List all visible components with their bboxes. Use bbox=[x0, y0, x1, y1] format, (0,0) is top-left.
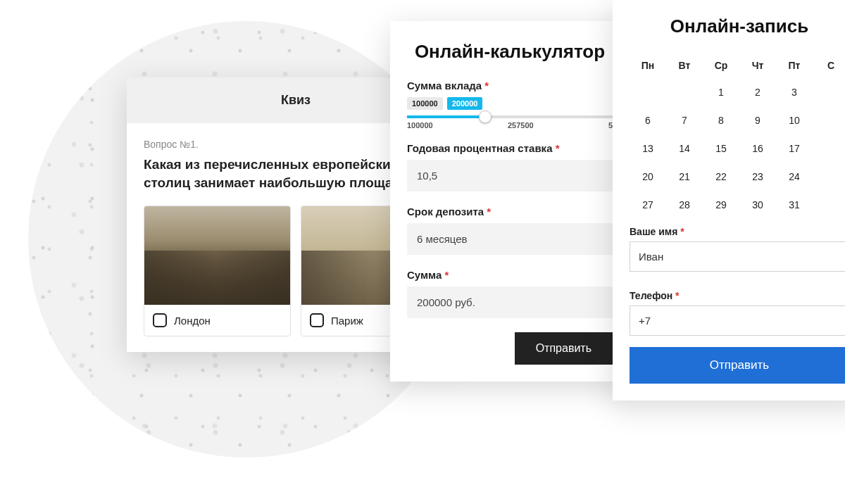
calendar-day[interactable]: 13 bbox=[630, 134, 666, 163]
calendar-day[interactable]: 2 bbox=[739, 78, 776, 106]
slider-badges: 100000 200000 bbox=[407, 97, 613, 110]
calendar-row: 27 28 29 30 31 bbox=[630, 191, 845, 219]
calendar-day[interactable]: 29 bbox=[703, 191, 739, 219]
calendar-day[interactable]: 7 bbox=[666, 106, 703, 134]
rate-label: Годовая процентная ставка * bbox=[407, 142, 613, 154]
calendar-day[interactable]: 3 bbox=[776, 78, 813, 106]
calendar-day[interactable]: 27 bbox=[630, 191, 666, 219]
calendar-day[interactable]: 6 bbox=[630, 106, 666, 134]
calendar-day[interactable]: 21 bbox=[666, 163, 703, 191]
term-label: Срок депозита * bbox=[407, 206, 613, 218]
quiz-option-label: Лондон bbox=[174, 315, 211, 327]
calendar-day[interactable]: 15 bbox=[703, 134, 739, 163]
required-mark: * bbox=[556, 142, 560, 154]
booking-submit-button[interactable]: Отправить bbox=[630, 347, 845, 384]
weekday: Чт bbox=[739, 53, 776, 78]
term-input[interactable] bbox=[407, 223, 613, 255]
calendar-day[interactable]: 10 bbox=[776, 106, 813, 134]
calendar: Пн Вт Ср Чт Пт С 1 2 3 6 7 8 9 10 13 14 … bbox=[630, 53, 845, 219]
calendar-day[interactable] bbox=[813, 134, 845, 163]
calendar-day[interactable] bbox=[813, 106, 845, 134]
calendar-day[interactable] bbox=[813, 163, 845, 191]
calendar-day[interactable]: 28 bbox=[666, 191, 703, 219]
booking-title: Онлайн-запись bbox=[630, 15, 845, 37]
weekday: Пн bbox=[630, 53, 666, 78]
slider-thumb[interactable] bbox=[479, 111, 492, 123]
calendar-day[interactable]: 14 bbox=[666, 134, 703, 163]
required-mark: * bbox=[487, 206, 491, 218]
calendar-day[interactable]: 17 bbox=[776, 134, 813, 163]
quiz-option-label-row: Лондон bbox=[144, 305, 290, 336]
slider-tick-mid: 257500 bbox=[508, 121, 534, 130]
slider-current-badge: 200000 bbox=[447, 97, 483, 110]
calendar-day[interactable]: 30 bbox=[739, 191, 776, 219]
calendar-day[interactable]: 16 bbox=[739, 134, 776, 163]
calendar-day[interactable] bbox=[813, 78, 845, 106]
calculator-title: Онлайн-калькулятор bbox=[407, 41, 613, 63]
calendar-day[interactable] bbox=[813, 191, 845, 219]
weekday: Пт bbox=[776, 53, 813, 78]
weekday: Ср bbox=[703, 53, 739, 78]
calendar-day[interactable]: 8 bbox=[703, 106, 739, 134]
name-input[interactable] bbox=[630, 241, 845, 272]
label-text: Сумма вклада bbox=[407, 80, 482, 92]
quiz-option-london[interactable]: Лондон bbox=[144, 206, 291, 336]
calendar-day[interactable]: 20 bbox=[630, 163, 666, 191]
required-mark: * bbox=[675, 290, 679, 301]
deposit-slider[interactable] bbox=[407, 115, 613, 118]
calendar-day[interactable] bbox=[630, 78, 666, 106]
weekday: С bbox=[813, 53, 845, 78]
calendar-day[interactable]: 23 bbox=[739, 163, 776, 191]
calendar-day[interactable]: 1 bbox=[703, 78, 739, 106]
rate-input[interactable] bbox=[407, 160, 613, 191]
quiz-option-image bbox=[144, 206, 290, 305]
calendar-row: 1 2 3 bbox=[630, 78, 845, 106]
weekday: Вт bbox=[666, 53, 703, 78]
label-text: Телефон bbox=[630, 290, 672, 301]
calendar-row: 20 21 22 23 24 bbox=[630, 163, 845, 191]
required-mark: * bbox=[445, 269, 449, 281]
sum-label: Сумма * bbox=[407, 269, 613, 281]
label-text: Годовая процентная ставка bbox=[407, 142, 552, 154]
checkbox-icon[interactable] bbox=[153, 313, 167, 327]
phone-label: Телефон * bbox=[630, 290, 845, 301]
calendar-day[interactable]: 22 bbox=[703, 163, 739, 191]
label-text: Ваше имя bbox=[630, 226, 677, 237]
slider-tick-min: 100000 bbox=[407, 121, 433, 130]
calendar-row: 6 7 8 9 10 bbox=[630, 106, 845, 134]
calendar-day[interactable]: 31 bbox=[776, 191, 813, 219]
label-text: Срок депозита bbox=[407, 206, 484, 218]
calculator-submit-button[interactable]: Отправить bbox=[515, 332, 613, 365]
slider-ticks: 100000 257500 5 bbox=[407, 121, 613, 130]
calendar-weekday-row: Пн Вт Ср Чт Пт С bbox=[630, 53, 845, 78]
calendar-day[interactable]: 9 bbox=[739, 106, 776, 134]
booking-card: Онлайн-запись Пн Вт Ср Чт Пт С 1 2 3 6 7… bbox=[613, 0, 845, 401]
quiz-option-label: Париж bbox=[331, 315, 363, 327]
sum-input[interactable] bbox=[407, 286, 613, 318]
calendar-day[interactable] bbox=[666, 78, 703, 106]
calculator-card: Онлайн-калькулятор Сумма вклада * 100000… bbox=[390, 21, 630, 382]
label-text: Сумма bbox=[407, 269, 442, 281]
required-mark: * bbox=[680, 226, 684, 237]
required-mark: * bbox=[484, 80, 489, 92]
calendar-row: 13 14 15 16 17 bbox=[630, 134, 845, 163]
calendar-day[interactable]: 24 bbox=[776, 163, 813, 191]
checkbox-icon[interactable] bbox=[310, 313, 324, 327]
slider-fill bbox=[407, 115, 485, 118]
slider-min-badge: 100000 bbox=[407, 97, 443, 110]
name-label: Ваше имя * bbox=[630, 226, 845, 237]
deposit-amount-label: Сумма вклада * bbox=[407, 80, 613, 92]
phone-input[interactable] bbox=[630, 305, 845, 336]
